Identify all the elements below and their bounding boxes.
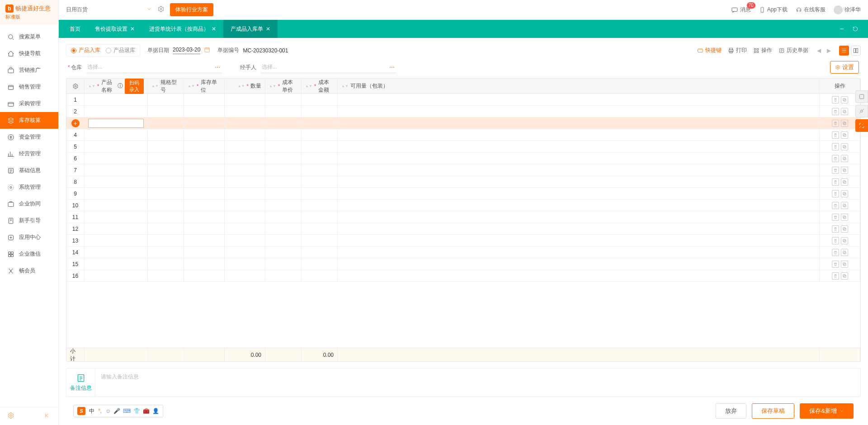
sidebar-item-9[interactable]: 系统管理 [0,179,58,196]
tab-refresh-icon[interactable] [850,23,861,34]
org-select[interactable]: 日用百货 [66,6,152,14]
copy-row-icon[interactable] [841,249,848,256]
sidebar-item-0[interactable]: 搜索菜单 [0,28,58,45]
sidebar-item-4[interactable]: 采购管理 [0,95,58,112]
delete-row-icon[interactable] [832,131,839,139]
table-row[interactable]: 9 [66,188,860,200]
table-row[interactable]: 5 [66,141,860,153]
date-value[interactable]: 2023-03-20 [173,47,200,54]
copy-row-icon[interactable] [841,237,848,244]
tab-3[interactable]: 产成品入库单✕ [223,20,278,38]
delete-row-icon[interactable] [832,108,839,115]
rail-item-expand[interactable] [855,119,868,132]
ime-user-icon[interactable]: 👤 [152,408,159,414]
sidebar-item-1[interactable]: 快捷导航 [0,45,58,62]
delete-row-icon[interactable] [832,190,839,197]
rail-item-2[interactable] [855,105,868,117]
view-card-icon[interactable] [851,46,861,56]
copy-row-icon[interactable] [841,178,848,186]
radio-product-out[interactable]: 产品退库 [106,47,135,54]
sidebar-item-12[interactable]: 应用中心 [0,229,58,246]
copy-row-icon[interactable] [841,190,848,197]
print-button[interactable]: 打印 [728,47,747,54]
table-settings-button[interactable]: 设置 [830,61,859,74]
ime-toolbox-icon[interactable]: 🧰 [143,408,150,414]
close-icon[interactable]: ✕ [212,26,216,32]
prev-doc-icon[interactable]: ◀ [815,47,823,55]
close-icon[interactable]: ✕ [130,26,135,32]
sidebar-item-5[interactable]: 库存核算 [0,112,58,129]
delete-row-icon[interactable] [832,249,839,256]
delete-row-icon[interactable] [832,155,839,162]
table-row[interactable]: 12 [66,223,860,235]
shortcut-button[interactable]: 快捷键 [697,47,722,54]
close-icon[interactable]: ✕ [266,26,270,32]
table-row[interactable]: 2 [66,106,860,117]
scan-input-button[interactable]: 扫码录入 [125,79,144,94]
save-new-button[interactable]: 保存&新增 [800,403,854,419]
th-product-name[interactable]: ▲▼ *产品名称 ⓘ 扫码录入 [85,79,148,93]
table-row[interactable]: 14 [66,247,860,258]
app-download-button[interactable]: App下载 [759,6,788,14]
org-settings-icon[interactable] [157,5,165,14]
table-row[interactable]: 11 [66,211,860,223]
table-row[interactable]: 13 [66,235,860,247]
handler-select[interactable]: 选择... ⋯ [261,61,396,73]
ime-toolbar[interactable]: S 中 °, ☺ 🎤 ⌨ 👕 🧰 👤 [73,405,163,417]
tab-0[interactable]: 首页 [62,20,88,38]
copy-row-icon[interactable] [841,214,848,221]
copy-row-icon[interactable] [841,167,848,174]
th-available[interactable]: ▲▼可用量（包装） [338,79,820,93]
sidebar-item-13[interactable]: 企业微信 [0,246,58,262]
radio-product-in[interactable]: 产品入库 [71,47,100,54]
sidebar-item-11[interactable]: 新手引导 [0,212,58,229]
delete-row-icon[interactable] [832,120,839,127]
add-row-icon[interactable]: + [71,119,80,127]
warehouse-select[interactable]: 选择... ⋯ [86,61,222,73]
th-unit[interactable]: ▲▼*库存单位 [184,79,225,93]
copy-row-icon[interactable] [841,96,848,103]
sidebar-settings-icon[interactable] [7,412,14,420]
calendar-icon[interactable] [204,47,210,54]
sidebar-collapse-icon[interactable] [44,412,51,420]
history-button[interactable]: 历史单据 [778,47,808,54]
table-row[interactable]: 7 [66,164,860,176]
sidebar-item-8[interactable]: 基础信息 [0,162,58,179]
sidebar-item-2[interactable]: 营销推广 [0,62,58,79]
table-row[interactable]: 15 [66,258,860,270]
delete-row-icon[interactable] [832,178,839,186]
table-row[interactable]: 8 [66,176,860,188]
next-doc-icon[interactable]: ▶ [825,47,833,55]
rail-item-1[interactable] [855,90,868,103]
tab-minimize-icon[interactable] [836,23,847,34]
ime-emoji-icon[interactable]: ☺ [105,408,111,414]
table-row[interactable]: 10 [66,200,860,211]
view-list-icon[interactable] [839,46,849,56]
discard-button[interactable]: 放弃 [716,403,746,419]
delete-row-icon[interactable] [832,214,839,221]
table-row[interactable]: 16 [66,270,860,282]
copy-row-icon[interactable] [841,272,848,280]
table-row[interactable]: + [66,117,860,129]
table-row[interactable]: 6 [66,153,860,164]
save-draft-button[interactable]: 保存草稿 [752,403,794,419]
delete-row-icon[interactable] [832,272,839,280]
operate-button[interactable]: 操作 [753,47,772,54]
sidebar-item-14[interactable]: 畅会员 [0,262,58,279]
sidebar-item-6[interactable]: 资金管理 [0,129,58,145]
th-model[interactable]: ▲▼规格型号 [148,79,184,93]
th-gear[interactable] [66,79,85,93]
th-price[interactable]: ▲▼*成本单价 [265,79,302,93]
th-qty[interactable]: ▲▼*数量 [225,79,265,93]
copy-row-icon[interactable] [841,131,848,139]
sidebar-item-7[interactable]: 经营管理 [0,145,58,162]
th-amount[interactable]: ▲▼*成本金额 [302,79,338,93]
tab-2[interactable]: 进货单统计表（按商品）✕ [142,20,223,38]
delete-row-icon[interactable] [832,167,839,174]
table-row[interactable]: 1 [66,94,860,106]
messages-button[interactable]: 消息 70 [731,6,751,14]
delete-row-icon[interactable] [832,237,839,244]
ime-keyboard-icon[interactable]: ⌨ [123,408,131,414]
delete-row-icon[interactable] [832,143,839,150]
copy-row-icon[interactable] [841,155,848,162]
